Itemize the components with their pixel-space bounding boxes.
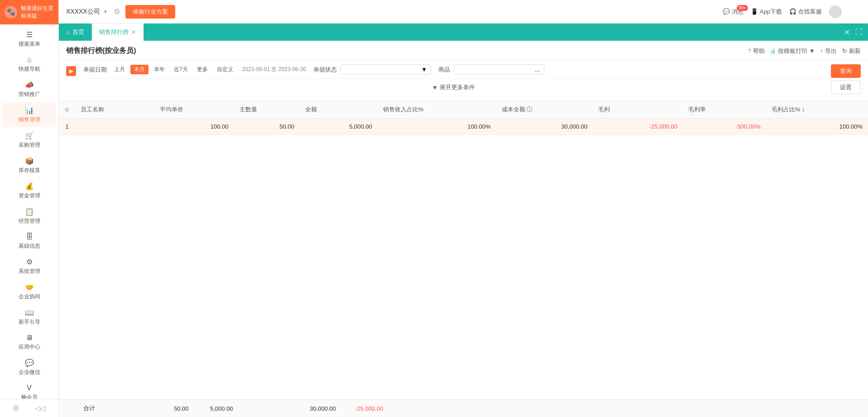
col-quantity: 主数量 xyxy=(234,101,300,119)
col-amount: 全额 xyxy=(300,101,378,119)
refresh-button[interactable]: ↻ 刷新 xyxy=(842,47,861,55)
sidebar-item-5[interactable]: 📦库存核算 xyxy=(3,153,56,178)
nav-label-6: 资金管理 xyxy=(19,192,40,200)
nav-label-8: 基础信息 xyxy=(19,242,40,250)
nav-icon-13: 💬 xyxy=(25,359,34,367)
cell-gross-ratio: 100.00% xyxy=(766,119,868,135)
sidebar-item-14[interactable]: V畅会员 xyxy=(3,380,56,399)
sidebar-item-3[interactable]: 📊销售管理 xyxy=(3,102,56,127)
tab-bar-controls: ✕ ⛶ xyxy=(844,28,868,37)
tab-bar: ⌂ 首页 销售排行榜 ✕ ✕ ⛶ xyxy=(59,24,868,41)
print-chevron-icon: ▼ xyxy=(809,48,815,54)
user-avatar[interactable] xyxy=(829,5,842,18)
company-name: XXXXX公司 xyxy=(66,8,100,16)
nav-label-3: 销售管理 xyxy=(19,116,40,124)
col-cost: 成本全额 ⓘ xyxy=(496,101,593,119)
header-right: 💬 消息 99+ 📱 App下载 🎧 在线客服 xyxy=(723,5,861,18)
date-tabs: 上月 本月 本年 近7天 更多 自定义 xyxy=(110,65,237,74)
nav-icon-6: 💰 xyxy=(25,182,34,191)
date-tab-custom[interactable]: 自定义 xyxy=(213,65,237,74)
company-select[interactable]: XXXXX公司 ▼ xyxy=(66,8,108,16)
sidebar-item-6[interactable]: 💰资金管理 xyxy=(3,178,56,203)
query-button[interactable]: 查询 xyxy=(831,64,861,78)
cell-employee xyxy=(75,119,154,135)
top-header: XXXXX公司 ▼ ⚙ 体验行业方案 💬 消息 99+ 📱 App下载 🎧 在线… xyxy=(59,0,868,24)
page-content: 销售排行榜(按业务员) ? 帮助 🖨 按模板打印 ▼ ↑ 导出 xyxy=(59,41,868,417)
nav-icon-5: 📦 xyxy=(25,157,34,165)
sidebar-item-2[interactable]: 📣营销推广 xyxy=(3,77,56,102)
col-gross: 毛利 xyxy=(593,101,683,119)
sidebar-item-11[interactable]: 📖新手引导 xyxy=(3,305,56,330)
sidebar: 🐾 畅康通好生意 标准版 ☰搜索菜单⌂快捷导航📣营销推广📊销售管理🛒采购管理📦库… xyxy=(0,0,59,417)
nav-icon-12: 🖥 xyxy=(26,334,33,342)
date-tab-last-month[interactable]: 上月 xyxy=(110,65,129,74)
sidebar-item-9[interactable]: ⚙系统管理 xyxy=(3,254,56,279)
help-icon: ? xyxy=(748,48,751,54)
nav-label-14: 畅会员 xyxy=(21,393,38,399)
table-row: 1 100.00 50.00 5,000.00 100.00% 30,000.0… xyxy=(59,119,868,135)
col-gross-rate: 毛利率 xyxy=(683,101,766,119)
collapse-icon[interactable]: ◁◁ xyxy=(35,404,46,412)
cell-avg-price: 100.00 xyxy=(154,119,234,135)
footer-quantity: 50.00 xyxy=(168,405,205,412)
tab-sales-ranking[interactable]: 销售排行榜 ✕ xyxy=(92,24,144,41)
online-service-button[interactable]: 🎧 在线客服 xyxy=(789,8,822,16)
col-avg-price: 平均单价 xyxy=(154,101,234,119)
sidebar-item-7[interactable]: 📋经营管理 xyxy=(3,204,56,229)
header-settings-icon[interactable]: ⚙ xyxy=(114,7,120,16)
sidebar-item-10[interactable]: 🤝企业协同 xyxy=(3,279,56,304)
sidebar-nav: ☰搜索菜单⌂快捷导航📣营销推广📊销售管理🛒采购管理📦库存核算💰资金管理📋经营管理… xyxy=(0,24,58,399)
filter-collapse-btn[interactable]: ▶ xyxy=(66,66,76,76)
goods-select[interactable]: … xyxy=(454,64,544,75)
nav-label-9: 系统管理 xyxy=(19,268,40,275)
col-settings[interactable]: ⚙ xyxy=(59,101,75,119)
status-select[interactable]: ▼ xyxy=(340,64,431,75)
date-filter: 单据日期 上月 本月 本年 近7天 更多 自定义 2023-06-01 至 20… xyxy=(83,65,306,74)
settings-bottom-icon[interactable]: ⚙ xyxy=(13,404,19,412)
tab-minimize-icon[interactable]: ✕ xyxy=(844,28,850,37)
export-button[interactable]: ↑ 导出 xyxy=(820,47,837,55)
cell-amount: 5,000.00 xyxy=(300,119,378,135)
sidebar-item-13[interactable]: 💬企业微信 xyxy=(3,355,56,380)
nav-label-11: 新手引导 xyxy=(19,318,40,326)
message-button[interactable]: 💬 消息 99+ xyxy=(723,8,743,16)
logo-text: 畅康通好生意 标准版 xyxy=(21,5,53,20)
nav-label-0: 搜索菜单 xyxy=(19,40,40,48)
date-tab-7days[interactable]: 近7天 xyxy=(170,65,192,74)
cell-quantity: 50.00 xyxy=(234,119,300,135)
export-icon: ↑ xyxy=(820,48,824,54)
trial-button[interactable]: 体验行业方案 xyxy=(125,5,175,19)
table-settings-button[interactable]: 设置 xyxy=(831,81,861,94)
expand-row: ▼ 展开更多条件 xyxy=(83,78,824,96)
nav-icon-14: V xyxy=(27,384,32,392)
nav-icon-2: 📣 xyxy=(25,81,34,89)
right-buttons: 查询 设置 xyxy=(831,64,861,94)
nav-label-5: 库存核算 xyxy=(19,167,40,174)
nav-label-7: 经营管理 xyxy=(19,217,40,225)
nav-icon-4: 🛒 xyxy=(25,131,34,140)
help-button[interactable]: ? 帮助 xyxy=(748,47,764,55)
tab-close-icon[interactable]: ✕ xyxy=(131,29,136,35)
sidebar-item-0[interactable]: ☰搜索菜单 xyxy=(3,27,56,52)
sidebar-item-8[interactable]: 🗄基础信息 xyxy=(3,229,56,254)
date-filter-label: 单据日期 xyxy=(83,66,107,74)
tab-home[interactable]: ⌂ 首页 xyxy=(59,24,92,41)
date-tab-this-month[interactable]: 本月 xyxy=(130,65,149,74)
date-tab-this-year[interactable]: 本年 xyxy=(150,65,168,74)
expand-icon: ▼ xyxy=(432,84,438,91)
nav-icon-1: ⌂ xyxy=(27,56,32,64)
app-download-button[interactable]: 📱 App下载 xyxy=(751,8,782,16)
sidebar-item-4[interactable]: 🛒采购管理 xyxy=(3,128,56,153)
sidebar-bottom: ⚙ ◁◁ xyxy=(0,399,58,417)
template-print-button[interactable]: 🖨 按模板打印 ▼ xyxy=(770,47,815,55)
expand-conditions-btn[interactable]: ▼ 展开更多条件 xyxy=(432,81,475,94)
date-tab-more[interactable]: 更多 xyxy=(193,65,211,74)
sidebar-item-1[interactable]: ⌂快捷导航 xyxy=(3,52,56,77)
page-actions: ? 帮助 🖨 按模板打印 ▼ ↑ 导出 ↻ 刷新 xyxy=(748,47,861,55)
tab-expand-icon[interactable]: ⛶ xyxy=(855,28,863,36)
cell-gross: -25,000.00 xyxy=(593,119,683,135)
nav-icon-7: 📋 xyxy=(25,207,34,216)
cell-sales-ratio: 100.00% xyxy=(378,119,496,135)
sidebar-item-12[interactable]: 🖥应用中心 xyxy=(3,330,56,355)
nav-label-10: 企业协同 xyxy=(19,293,40,301)
